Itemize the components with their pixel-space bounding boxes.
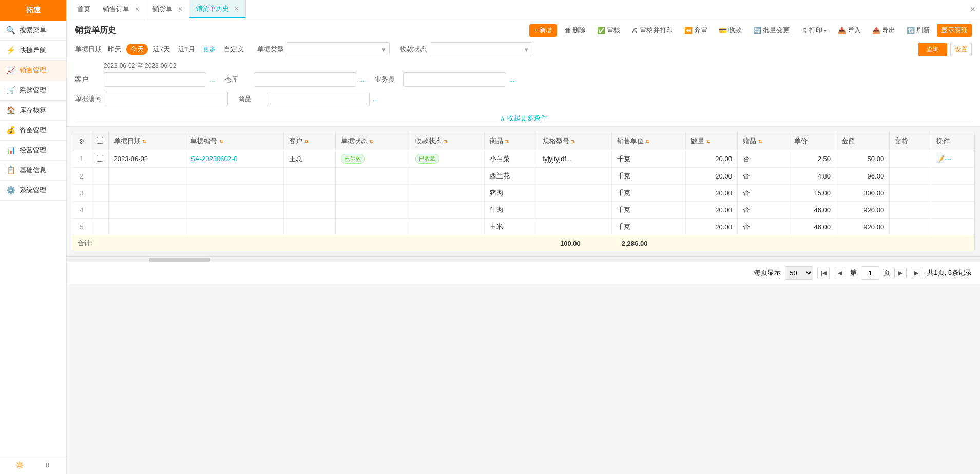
cell-payment-status: 已收款 [410, 150, 484, 168]
new-button[interactable]: + 新增 [529, 24, 557, 37]
collapse-button[interactable]: ∧ 收起更多条件 [500, 113, 547, 123]
cell-doc-status [335, 168, 410, 185]
pagination-bar: 每页显示 50 100 |◀ ◀ 第 页 ▶ ▶| 共1页, 5条记录 [67, 262, 980, 284]
export-button[interactable]: 📤 导出 [868, 24, 899, 37]
sidebar-item-basic-info[interactable]: 📋 基础信息 [0, 161, 66, 181]
sidebar: 拓速 🔍 搜索菜单 ⚡ 快捷导航 📈 销售管理 🛒 采购管理 🏠 库存核算 💰 … [0, 0, 67, 474]
doc-no-input[interactable] [105, 92, 228, 106]
th-unit[interactable]: 销售单位 ⇅ [611, 132, 686, 150]
sidebar-item-finance-mgmt[interactable]: 💰 资金管理 [0, 121, 66, 141]
th-gift[interactable]: 赠品 ⇅ [737, 132, 789, 150]
tab-sales-delivery[interactable]: 销货单 ✕ [146, 0, 189, 18]
sidebar-item-quick-nav[interactable]: ⚡ 快捷导航 [0, 41, 66, 61]
cell-checkbox[interactable] [91, 202, 108, 219]
date-btn-1month[interactable]: 近1月 [175, 44, 198, 55]
th-product[interactable]: 商品 ⇅ [484, 132, 537, 150]
sort-customer-icon: ⇅ [304, 139, 309, 144]
cell-checkbox[interactable] [91, 150, 108, 168]
sidebar-bottom: 🔆 ⏸ [0, 456, 66, 474]
th-spec[interactable]: 规格型号 ⇅ [537, 132, 611, 150]
sidebar-bottom-icon1[interactable]: 🔆 [15, 461, 24, 469]
date-btn-more[interactable]: 更多 [200, 44, 219, 55]
per-page-select[interactable]: 50 100 [785, 266, 813, 280]
doc-type-select[interactable] [287, 42, 390, 56]
tabs-close-all[interactable]: ✕ [970, 5, 976, 13]
review-print-button[interactable]: 🖨 审核并打印 [627, 24, 677, 37]
horizontal-scrollbar[interactable] [67, 256, 980, 262]
cell-transaction [890, 202, 931, 219]
th-payment-status[interactable]: 收款状态 ⇅ [410, 132, 484, 150]
customer-ellipsis-btn[interactable]: ... [209, 76, 215, 83]
sidebar-item-sales-mgmt[interactable]: 📈 销售管理 [0, 61, 66, 81]
sidebar-item-purchase-mgmt[interactable]: 🛒 采购管理 [0, 81, 66, 101]
page-label: 第 [850, 268, 857, 278]
cell-unit-price: 15.00 [789, 185, 836, 202]
delete-button[interactable]: 🗑 删除 [560, 24, 590, 37]
select-all-checkbox[interactable] [97, 137, 103, 144]
tab-sales-delivery-label: 销货单 [152, 5, 172, 14]
page-number-input[interactable] [861, 266, 879, 280]
product-input[interactable] [267, 92, 370, 106]
import-button[interactable]: 📥 导入 [834, 24, 865, 37]
cell-checkbox[interactable] [91, 168, 108, 185]
cell-spec [537, 219, 611, 235]
sidebar-item-ops-mgmt[interactable]: 📊 经营管理 [0, 141, 66, 161]
sidebar-bottom-icon2[interactable]: ⏸ [44, 461, 51, 469]
last-page-btn[interactable]: ▶| [911, 267, 923, 279]
warehouse-ellipsis-btn[interactable]: ... [359, 76, 364, 83]
payment-status-select[interactable] [430, 42, 532, 56]
th-qty[interactable]: 数量 ⇅ [686, 132, 737, 150]
batch-change-button[interactable]: 🔄 批量变更 [749, 24, 794, 37]
date-btn-yesterday[interactable]: 昨天 [105, 44, 124, 55]
cell-transaction [890, 219, 931, 235]
table-row: 1 2023-06-02 SA-20230602-0 王总 已生效 已收款 小白… [72, 150, 974, 168]
first-page-btn[interactable]: |◀ [817, 267, 830, 279]
sidebar-item-search-menu[interactable]: 🔍 搜索菜单 [0, 21, 66, 41]
cell-checkbox[interactable] [91, 219, 108, 235]
customer-input[interactable] [104, 72, 206, 87]
product-ellipsis-btn[interactable]: ... [373, 95, 378, 103]
tab-sales-order[interactable]: 销售订单 ✕ [97, 0, 146, 18]
date-btn-today[interactable]: 今天 [126, 44, 148, 55]
refresh-button[interactable]: 🔃 刷新 [902, 24, 934, 37]
settings-button[interactable]: 设置 [950, 43, 972, 56]
close-sales-history-icon[interactable]: ✕ [234, 5, 239, 12]
review-button[interactable]: ✅ 审核 [593, 24, 624, 37]
show-detail-button[interactable]: 显示明细 [937, 24, 972, 37]
th-doc-status[interactable]: 单据状态 ⇅ [335, 132, 410, 150]
collect-button[interactable]: 💳 收款 [715, 24, 746, 37]
tab-sales-order-label: 销售订单 [103, 5, 129, 14]
print-chevron-icon: ▾ [824, 28, 827, 33]
abandon-button[interactable]: ⏪ 弃审 [680, 24, 712, 37]
th-customer[interactable]: 客户 ⇅ [284, 132, 335, 150]
th-gear[interactable]: ⚙ [72, 132, 91, 150]
prev-page-btn[interactable]: ◀ [834, 267, 846, 279]
close-sales-delivery-icon[interactable]: ✕ [178, 6, 183, 13]
collapse-row: ∧ 收起更多条件 [75, 111, 972, 123]
more-action-btn[interactable]: ⋯ [945, 155, 951, 163]
sidebar-item-sys-mgmt[interactable]: ⚙️ 系统管理 [0, 181, 66, 201]
print-button[interactable]: 🖨 打印 ▾ [797, 24, 831, 37]
scroll-thumb[interactable] [149, 258, 210, 262]
warehouse-input[interactable] [254, 72, 356, 87]
th-doc-date[interactable]: 单据日期 ⇅ [108, 132, 185, 150]
query-button[interactable]: 查询 [918, 43, 947, 56]
filter-doc-type: 单据类型 [257, 42, 390, 56]
date-btn-custom[interactable]: 自定义 [221, 44, 247, 55]
next-page-btn[interactable]: ▶ [894, 267, 907, 279]
cell-checkbox[interactable] [91, 185, 108, 202]
row-checkbox[interactable] [97, 155, 103, 162]
salesperson-input[interactable] [403, 72, 506, 87]
salesperson-ellipsis-btn[interactable]: ... [509, 76, 514, 83]
date-btn-7days[interactable]: 近7天 [150, 44, 173, 55]
cell-qty: 20.00 [686, 202, 737, 219]
tab-sales-history[interactable]: 销货单历史 ✕ [189, 0, 246, 18]
th-doc-no[interactable]: 单据编号 ⇅ [185, 132, 284, 150]
sidebar-item-inventory[interactable]: 🏠 库存核算 [0, 101, 66, 121]
table-row: 5 玉米 千克 20.00 否 46.00 920.00 [72, 219, 974, 235]
edit-btn[interactable]: 📝 [936, 155, 945, 163]
tab-home[interactable]: 首页 [71, 0, 97, 18]
close-sales-order-icon[interactable]: ✕ [134, 6, 140, 13]
sidebar-item-label: 采购管理 [20, 86, 46, 95]
doc-no-link[interactable]: SA-20230602-0 [190, 155, 237, 163]
